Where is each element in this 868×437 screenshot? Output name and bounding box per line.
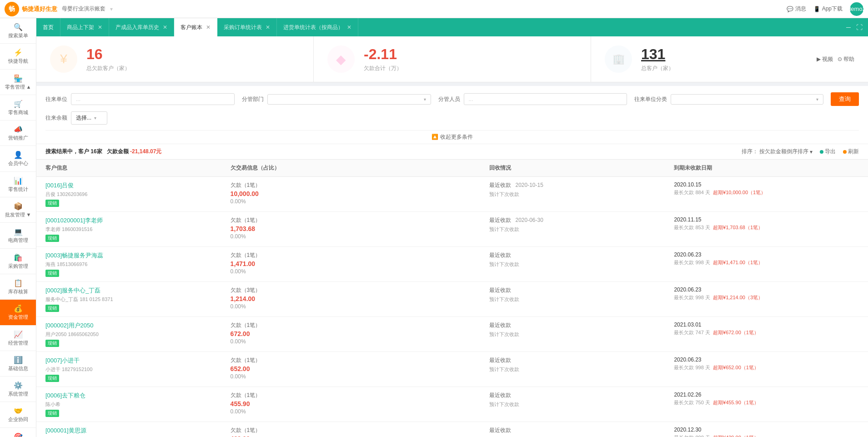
tab-customer-ledger-close[interactable]: ✕ <box>206 24 211 30</box>
customer-name-1[interactable]: [00010200001]李老师 <box>45 216 231 225</box>
debt-ratio-1: 0.00% <box>231 233 489 240</box>
help-label: 帮助 <box>843 55 854 63</box>
message-button[interactable]: 💬 消息 <box>787 5 806 13</box>
search-icon: 🔍 <box>3 23 33 31</box>
sidebar-item-search[interactable]: 🔍 搜索菜单 <box>0 18 36 44</box>
debt-info-0: 欠款（1笔） 10,000.00 0.00% <box>231 181 489 205</box>
balance-select[interactable]: 选择... ▾ <box>71 111 107 125</box>
due-overdue-2: 最长欠款 998 天 超期¥1,471.00（1笔） <box>674 259 859 266</box>
sidebar-item-basic-info[interactable]: ℹ️ 基础信息 <box>0 351 36 377</box>
sidebar-item-member[interactable]: 👤 会员中心 <box>0 146 36 171</box>
user-avatar[interactable]: demo2 <box>850 2 863 16</box>
stats-row: ¥ 16 总欠款客户（家） ◆ -2.11 欠款合计（万） <box>36 36 868 82</box>
sidebar-item-quick-nav[interactable]: ⚡ 快捷导航 <box>0 44 36 69</box>
overdue-days-5: 最长欠款 998 天 <box>674 365 710 370</box>
recovery-label-4: 最近收款 <box>489 322 511 328</box>
customer-name-7[interactable]: [000001]黄思源 <box>45 427 231 435</box>
sidebar-item-retail-mgmt[interactable]: 🏪 零售管理 ▲ <box>0 70 36 95</box>
tab-product-listing[interactable]: 商品上下架 ✕ <box>60 18 109 36</box>
results-bar: 搜索结果中，客户 16家 欠款金额 -21,148.07元 排序： 按欠款金额倒… <box>36 144 868 159</box>
operations-icon: 📈 <box>3 330 33 339</box>
sidebar-item-inventory[interactable]: 📋 库存核算 <box>0 274 36 300</box>
collapse-bar[interactable]: 🔼 收起更多条件 <box>45 130 859 144</box>
debt-info-1: 欠款（1笔） 1,703.68 0.00% <box>231 216 489 240</box>
tab-home[interactable]: 首页 <box>36 18 60 36</box>
sort-control[interactable]: 排序： 按欠款金额倒序排序 ▾ <box>742 148 813 156</box>
unit-category-input[interactable]: ▾ <box>671 94 823 105</box>
tab-product-listing-close[interactable]: ✕ <box>98 24 102 30</box>
source-unit-input[interactable]: ... <box>71 93 235 105</box>
overdue-days-0: 最长欠款 884 天 <box>674 190 710 195</box>
sidebar-item-retail-mall[interactable]: 🛒 零售商城 <box>0 95 36 121</box>
tab-customer-ledger[interactable]: 客户账本 ✕ <box>174 18 217 36</box>
export-button[interactable]: 导出 <box>820 148 836 156</box>
customer-name-3[interactable]: [0002]服务中心_丁磊 <box>45 286 231 295</box>
recovery-latest-7: 最近收款 <box>489 427 674 434</box>
logo-icon: 畅 <box>5 2 19 16</box>
logo-area: 畅 畅捷通好生意 <box>5 2 57 16</box>
customer-name-5[interactable]: [0007]小进干 <box>45 357 231 365</box>
sidebar-item-newbie[interactable]: 🎯 新手引导 <box>0 428 36 437</box>
sidebar-item-finance[interactable]: 💰 资金管理 <box>0 300 36 325</box>
recovery-date-0: 2020-10-15 <box>515 182 543 188</box>
customer-contact-0: 吕俊 13026203696 <box>45 191 231 198</box>
overdue-amount-5[interactable]: 超期¥652.00（1笔） <box>713 365 759 370</box>
app-download-button[interactable]: 📱 App下载 <box>813 5 843 13</box>
system-icon: ⚙️ <box>3 381 33 390</box>
table-row: [000002]用户2050 用户2050 18665062050 现销 欠款（… <box>36 317 868 352</box>
tab-finished-goods[interactable]: 产成品入库单历史 ✕ <box>109 18 174 36</box>
refresh-button[interactable]: 刷新 <box>843 148 859 156</box>
overdue-amount-3[interactable]: 超期¥1,214.00（3笔） <box>713 295 763 300</box>
tab-finished-goods-close[interactable]: ✕ <box>163 24 167 30</box>
top-bar: 畅 畅捷通好生意 母婴行业演示账套 ▾ 💬 消息 📱 App下载 demo2 <box>0 0 868 18</box>
overdue-amount-0[interactable]: 超期¥10,000.00（1笔） <box>713 190 766 195</box>
sidebar-item-retail-stat[interactable]: 📊 零售统计 <box>0 172 36 197</box>
overdue-amount-6[interactable]: 超期¥455.90（1笔） <box>713 400 759 405</box>
dept-label: 分管部门 <box>242 95 264 103</box>
overdue-amount-1[interactable]: 超期¥1,703.68（1笔） <box>713 225 763 230</box>
due-info-5: 2020.06.23 最长欠款 998 天 超期¥652.00（1笔） <box>674 357 859 371</box>
brand-arrow[interactable]: ▾ <box>110 6 113 12</box>
results-prefix: 搜索结果中，客户 <box>45 148 89 155</box>
quick-nav-icon: ⚡ <box>3 48 33 57</box>
overdue-amount-7[interactable]: 超期¥429.00（1笔） <box>713 435 759 437</box>
tab-goods-incoming[interactable]: 进货单统计表（按商品） ✕ <box>277 18 358 36</box>
tab-goods-incoming-close[interactable]: ✕ <box>347 24 351 30</box>
dept-input[interactable]: ▾ <box>267 94 431 105</box>
tab-maximize-button[interactable]: ⛶ <box>854 23 864 32</box>
tab-purchase-order[interactable]: 采购订单统计表 ✕ <box>217 18 277 36</box>
overdue-amount-4[interactable]: 超期¥672.00（1笔） <box>713 330 759 335</box>
sidebar-label-marketing: 营销推广 <box>3 135 33 141</box>
sidebar-item-batch-mgmt[interactable]: 📦 批发管理 ▼ <box>0 197 36 223</box>
recovery-next-2: 预计下次收款 <box>489 261 674 268</box>
sidebar-item-operations[interactable]: 📈 经营管理 <box>0 326 36 351</box>
due-overdue-5: 最长欠款 998 天 超期¥652.00（1笔） <box>674 364 859 371</box>
sidebar-item-enterprise[interactable]: 🤝 企业协同 <box>0 402 36 427</box>
help-action[interactable]: ⊙ 帮助 <box>838 55 854 63</box>
video-action[interactable]: ▶ 视频 <box>817 55 833 63</box>
sidebar-item-system[interactable]: ⚙️ 系统管理 <box>0 377 36 402</box>
tab-purchase-order-close[interactable]: ✕ <box>266 24 270 30</box>
customer-name-4[interactable]: [000002]用户2050 <box>45 321 231 330</box>
customer-name-0[interactable]: [0016]吕俊 <box>45 181 231 190</box>
sidebar-item-ecommerce[interactable]: 💻 电商管理 <box>0 223 36 248</box>
due-overdue-0: 最长欠款 884 天 超期¥10,000.00（1笔） <box>674 189 859 196</box>
recovery-next-3: 预计下次收款 <box>489 296 674 303</box>
person-input[interactable]: ... <box>464 93 627 105</box>
tab-minimize-button[interactable]: ─ <box>844 23 853 32</box>
overdue-amount-2[interactable]: 超期¥1,471.00（1笔） <box>713 260 763 265</box>
message-label: 消息 <box>795 5 806 13</box>
debt-count-5: 欠款（1笔） <box>231 357 489 364</box>
sidebar-item-marketing[interactable]: 📣 营销推广 <box>0 121 36 146</box>
customer-name-6[interactable]: [0006]去下粮仓 <box>45 392 231 400</box>
debt-ratio-6: 0.00% <box>231 408 489 415</box>
customer-info-3: [0002]服务中心_丁磊 服务中心_丁磊 181 0125 8371 现销 <box>45 286 231 312</box>
sidebar-item-purchase[interactable]: 🛍️ 采购管理 <box>0 249 36 274</box>
due-date-7: 2020.12.30 <box>674 427 859 433</box>
customer-name-2[interactable]: [0003]畅捷服务尹海蕊 <box>45 251 231 260</box>
recovery-label-6: 最近收款 <box>489 392 511 398</box>
purchase-icon: 🛍️ <box>3 253 33 262</box>
sidebar-label-system: 系统管理 <box>3 391 33 397</box>
customer-info-0: [0016]吕俊 吕俊 13026203696 现销 <box>45 181 231 207</box>
search-button[interactable]: 查询 <box>831 92 859 106</box>
